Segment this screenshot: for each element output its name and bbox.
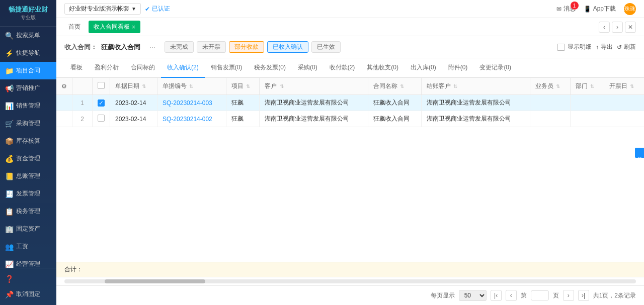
tab-label: 收入合同看板: [94, 23, 130, 31]
right-sticky-button[interactable]: 快捷操作: [635, 148, 644, 158]
status-partial-receipt[interactable]: 部分收款: [229, 41, 264, 53]
status-no-invoice[interactable]: 未开票: [197, 41, 226, 53]
page-input[interactable]: 1: [531, 290, 549, 300]
contract-more-button[interactable]: ···: [146, 43, 158, 51]
sidebar-item-inventory[interactable]: 📦 库存核算: [0, 132, 56, 150]
refresh-icon: ↺: [617, 44, 622, 51]
sidebar-item-total-account[interactable]: 📒 总账管理: [0, 167, 56, 185]
sidebar-item-quick-nav[interactable]: ⚡ 快捷导航: [0, 44, 56, 62]
message-button[interactable]: ✉ 1 消息: [556, 5, 576, 13]
sidebar-item-label: 资金管理: [16, 154, 40, 163]
tab-income-confirm[interactable]: 收入确认(2): [161, 58, 205, 78]
tab-board[interactable]: 看板: [64, 58, 89, 78]
tab-other-income[interactable]: 其他收支(0): [361, 58, 405, 78]
row-checkbox[interactable]: [98, 115, 105, 122]
tab-contract-std[interactable]: 合同标的: [125, 58, 161, 78]
page-prev-button[interactable]: ‹: [506, 290, 517, 301]
sidebar-item-search[interactable]: 🔍 搜索菜单: [0, 27, 56, 44]
tab-nav-next[interactable]: ›: [612, 22, 623, 33]
cell-no: SQ-20230214-002: [157, 111, 226, 127]
sidebar-bottom-help[interactable]: ❓: [0, 271, 56, 286]
document-link[interactable]: SQ-20230214-003: [163, 99, 212, 107]
settings-icon[interactable]: ⚙: [61, 83, 67, 90]
search-icon: 🔍: [5, 32, 13, 40]
sidebar-item-biz[interactable]: 📈 经营管理: [0, 255, 56, 268]
cell-salesperson: [530, 111, 570, 127]
cell-contract-name: 狂飙收入合同: [368, 111, 422, 127]
select-all-checkbox[interactable]: [98, 82, 105, 89]
certified-badge: ✔ 已认证: [145, 5, 170, 13]
status-effective[interactable]: 已生效: [311, 41, 341, 53]
sort-icon: ⇅: [590, 83, 594, 89]
tab-change-log[interactable]: 变更记录(0): [473, 58, 517, 78]
fixed-assets-icon: 🏢: [5, 225, 13, 233]
app-download-label: App下载: [593, 5, 616, 13]
cell-no: SQ-20230214-003: [157, 95, 226, 111]
tab-purchase[interactable]: 采购(0): [292, 58, 324, 78]
refresh-button[interactable]: ↺ 刷新: [617, 43, 636, 51]
document-link[interactable]: SQ-20230214-002: [163, 116, 212, 123]
sort-icon: ⇅: [189, 83, 193, 89]
sidebar-bottom-unpin[interactable]: 📌 取消固定: [0, 286, 56, 302]
col-contract-name-header[interactable]: 合同名称 ⇅: [368, 78, 422, 95]
tab-profit[interactable]: 盈利分析: [89, 58, 125, 78]
table-row[interactable]: 1 ✓ 2023-02-14 SQ-20230214-003: [56, 95, 644, 111]
company-name: 好业财专业版演示帐套: [69, 5, 129, 13]
sidebar-item-marketing[interactable]: 📢 营销推广: [0, 79, 56, 97]
sidebar-item-hr[interactable]: 👥 工资: [0, 238, 56, 255]
cell-num: 2: [72, 111, 93, 127]
tab-attachments[interactable]: 附件(0): [442, 58, 474, 78]
sidebar-bottom: ❓ 📌 取消固定: [0, 268, 56, 305]
tab-warehouse[interactable]: 出入库(0): [405, 58, 442, 78]
col-project-header[interactable]: 项目 ⇅: [226, 78, 260, 95]
sidebar-item-label: 固定资产: [16, 225, 40, 233]
col-open-date-header[interactable]: 开票日 ⇅: [604, 78, 644, 95]
show-detail-toggle[interactable]: 显示明细: [557, 43, 592, 51]
horizontal-scrollbar[interactable]: [56, 277, 644, 285]
sidebar-item-purchase[interactable]: 🛒 采购管理: [0, 115, 56, 132]
export-button[interactable]: ↑ 导出: [596, 43, 613, 51]
tab-sales-invoice[interactable]: 销售发票(0): [205, 58, 249, 78]
tab-close-icon[interactable]: ×: [132, 24, 135, 31]
per-page-select[interactable]: 50 100 200: [459, 290, 487, 301]
col-billing-customer-header[interactable]: 结账客户 ⇅: [422, 78, 530, 95]
status-incomplete[interactable]: 未完成: [165, 41, 194, 53]
scrollbar-thumb[interactable]: [105, 279, 205, 283]
cell-open-date: [604, 111, 644, 127]
tab-nav-close[interactable]: ✕: [625, 22, 636, 33]
col-customer-header[interactable]: 客户 ⇅: [260, 78, 368, 95]
cell-check[interactable]: [93, 111, 110, 127]
tab-payment[interactable]: 收付款(2): [324, 58, 361, 78]
col-date-header[interactable]: 单据日期 ⇅: [110, 78, 157, 95]
biz-icon: 📈: [5, 260, 13, 268]
col-check-header[interactable]: [93, 78, 110, 95]
export-label: 导出: [601, 43, 613, 51]
tab-contract-board[interactable]: 收入合同看板 ×: [89, 21, 140, 33]
col-num-header: [72, 78, 93, 95]
tab-nav-prev[interactable]: ‹: [599, 22, 610, 33]
col-salesperson-header[interactable]: 业务员 ⇅: [530, 78, 570, 95]
sidebar-item-fixed-assets[interactable]: 🏢 固定资产: [0, 220, 56, 238]
sidebar-item-sales[interactable]: 📊 销售管理: [0, 97, 56, 115]
tab-home[interactable]: 首页: [64, 23, 85, 31]
page-next-button[interactable]: ›: [563, 290, 574, 301]
per-page-label: 每页显示: [431, 291, 455, 300]
sidebar-item-fund[interactable]: 💰 资金管理: [0, 150, 56, 167]
tab-tax-invoice[interactable]: 税务发票(0): [248, 58, 292, 78]
company-selector[interactable]: 好业财专业版演示帐套 ▼: [64, 3, 141, 15]
col-no-header[interactable]: 单据编号 ⇅: [157, 78, 226, 95]
table-row[interactable]: 2 2023-02-14 SQ-20230214-002: [56, 111, 644, 127]
sidebar-item-tax[interactable]: 📋 税务管理: [0, 202, 56, 220]
row-checkbox[interactable]: ✓: [98, 99, 105, 107]
sidebar-item-invoice[interactable]: 🧾 发票管理: [0, 185, 56, 202]
page-total: 共1页，2条记录: [593, 291, 636, 300]
app-download-button[interactable]: 📱 App下载: [584, 5, 616, 13]
sidebar-item-project-contract[interactable]: 📁 项目合同: [0, 62, 56, 79]
page-last-button[interactable]: ›|: [578, 290, 589, 301]
col-department-header[interactable]: 部门 ⇅: [571, 78, 604, 95]
page-first-button[interactable]: |‹: [491, 290, 502, 301]
user-profile[interactable]: 珠珠: [624, 3, 636, 15]
message-badge: 1: [571, 2, 579, 10]
cell-check[interactable]: ✓: [93, 95, 110, 111]
status-confirmed[interactable]: 已收入确认: [267, 41, 308, 53]
